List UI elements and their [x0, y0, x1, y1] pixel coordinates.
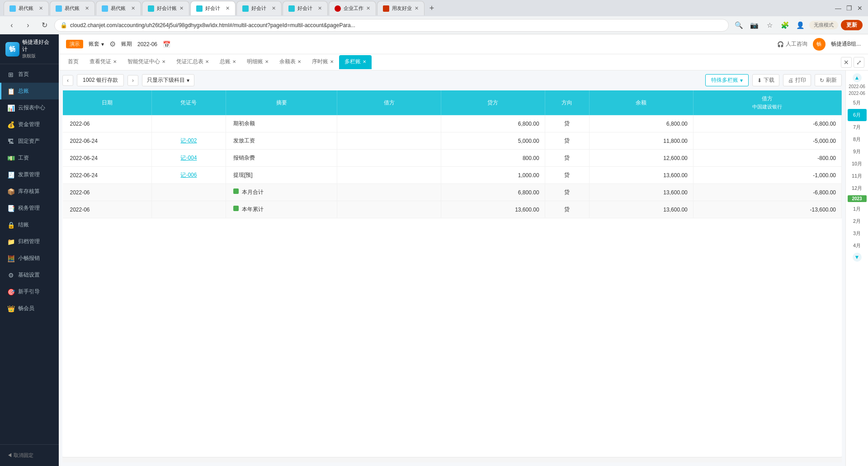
tab-close-2[interactable]: ✕ — [85, 5, 89, 11]
forward-button[interactable]: › — [22, 19, 34, 32]
cal-month-feb[interactable]: 2月 — [848, 215, 867, 227]
tab-smart-voucher-close[interactable]: ✕ — [162, 59, 165, 64]
browser-tab-6[interactable]: 好会计 ✕ — [236, 1, 282, 15]
camera-icon-btn[interactable]: 📷 — [748, 19, 760, 32]
cal-month-jan[interactable]: 1月 — [848, 203, 867, 215]
subject-label: 1002 银行存款 — [77, 74, 124, 86]
browser-tab-5[interactable]: 好会计 ✕ — [190, 1, 236, 15]
cell-voucher-2[interactable]: 记-004 — [151, 150, 226, 167]
browser-tab-2[interactable]: 易代账 ✕ — [50, 1, 95, 15]
collapse-tab-button[interactable]: ✕ — [841, 57, 852, 68]
star-icon-btn[interactable]: ☆ — [763, 19, 776, 32]
cal-month-aug[interactable]: 8月 — [848, 133, 867, 146]
tab-home[interactable]: 首页 — [62, 55, 84, 69]
cal-month-sep[interactable]: 9月 — [848, 146, 867, 158]
sidebar-item-home[interactable]: ⊞ 首页 — [0, 66, 59, 83]
download-button[interactable]: ⬇ 下载 — [752, 74, 779, 86]
tab-close-9[interactable]: ✕ — [415, 5, 419, 11]
unpin-button[interactable]: ◀ 取消固定 — [0, 448, 59, 462]
new-tab-button[interactable]: + — [425, 2, 438, 14]
restore-button[interactable]: ❐ — [844, 4, 854, 13]
tab-sequence-ledger[interactable]: 序时账 ✕ — [307, 55, 339, 69]
subject-prev-button[interactable]: ‹ — [62, 75, 73, 86]
cell-extra-3: -1,000.00 — [693, 167, 841, 184]
multi-col-btn[interactable]: 特殊多栏账 ▾ — [705, 74, 749, 86]
stealth-mode-button[interactable]: 无痕模式 — [809, 21, 838, 29]
browser-tab-7[interactable]: 好会计 ✕ — [283, 1, 328, 15]
cal-month-jun[interactable]: 6月 — [848, 109, 867, 121]
expand-tab-button[interactable]: ⤢ — [854, 57, 864, 68]
browser-tab-3[interactable]: 易代账 ✕ — [96, 1, 141, 15]
tab-detail-ledger[interactable]: 明细账 ✕ — [241, 55, 274, 69]
print-button[interactable]: 🖨 打印 — [783, 74, 811, 86]
browser-tab-1[interactable]: 易代账 ✕ — [4, 1, 49, 15]
cal-month-may[interactable]: 5月 — [848, 97, 867, 109]
cal-month-mar[interactable]: 3月 — [848, 227, 867, 240]
profile-icon-btn[interactable]: 👤 — [794, 19, 807, 32]
sidebar-item-archive[interactable]: 📁 归档管理 — [0, 233, 59, 250]
filter-dropdown[interactable]: 只显示下级科目 ▾ — [142, 74, 194, 86]
cal-month-apr[interactable]: 4月 — [848, 240, 867, 252]
tab-close-8[interactable]: ✕ — [366, 5, 370, 11]
browser-tab-9[interactable]: 用友好业 ✕ — [377, 1, 425, 15]
sidebar-item-invoice[interactable]: 🧾 发票管理 — [0, 166, 59, 183]
cal-month-oct[interactable]: 10月 — [848, 158, 867, 170]
extensions-icon-btn[interactable]: 🧩 — [778, 19, 791, 32]
sidebar-item-settings[interactable]: ⚙ 基础设置 — [0, 267, 59, 283]
tab-general-ledger[interactable]: 总账 ✕ — [214, 55, 241, 69]
tab-smart-voucher[interactable]: 智能凭证中心 ✕ — [122, 55, 171, 69]
account-type-dropdown[interactable]: 账套 ▾ — [89, 40, 104, 48]
account-settings-icon[interactable]: ⚙ — [109, 40, 116, 48]
tab-voucher-summary-close[interactable]: ✕ — [205, 59, 209, 64]
period-calendar-icon[interactable]: 📅 — [163, 41, 170, 48]
tab-voucher-view-close[interactable]: ✕ — [113, 59, 117, 64]
tab-balance-sheet-close[interactable]: ✕ — [297, 59, 301, 64]
browser-tab-8[interactable]: 企业工作 ✕ — [329, 1, 376, 15]
tab-close-6[interactable]: ✕ — [272, 5, 276, 11]
tab-multi-col-close[interactable]: ✕ — [363, 59, 366, 64]
service-button[interactable]: 🎧 人工咨询 — [777, 40, 807, 48]
tab-sequence-ledger-close[interactable]: ✕ — [330, 59, 334, 64]
refresh-button[interactable]: ↻ 刷新 — [815, 74, 842, 86]
tab-balance-sheet[interactable]: 余额表 ✕ — [274, 55, 307, 69]
horizontal-scrollbar[interactable] — [62, 457, 842, 462]
search-icon-btn[interactable]: 🔍 — [732, 19, 745, 32]
tab-detail-ledger-close[interactable]: ✕ — [265, 59, 269, 64]
calendar-up-arrow[interactable]: ▲ — [853, 73, 862, 82]
tab-voucher-view[interactable]: 查看凭证 ✕ — [84, 55, 122, 69]
tab-close-4[interactable]: ✕ — [179, 5, 184, 11]
address-bar[interactable]: 🔒 cloud2.chanjet.com/accounting/uh26t264… — [54, 19, 729, 32]
sidebar-item-expense[interactable]: 🧮 小畅报销 — [0, 250, 59, 267]
minimize-button[interactable]: — — [834, 4, 843, 13]
sidebar-item-tax[interactable]: 📑 税务管理 — [0, 200, 59, 217]
cal-month-nov[interactable]: 11月 — [848, 170, 867, 182]
sidebar-item-payroll[interactable]: 💵 工资 — [0, 150, 59, 166]
back-button[interactable]: ‹ — [5, 19, 18, 32]
sidebar-item-inventory[interactable]: 📦 库存核算 — [0, 183, 59, 200]
tab-close-7[interactable]: ✕ — [318, 5, 322, 11]
tab-close-1[interactable]: ✕ — [39, 5, 43, 11]
update-button[interactable]: 更新 — [841, 20, 863, 30]
cal-month-jul[interactable]: 7月 — [848, 121, 867, 133]
tab-close-5[interactable]: ✕ — [226, 5, 230, 11]
tab-general-ledger-close[interactable]: ✕ — [232, 59, 236, 64]
sidebar-item-member[interactable]: 👑 畅会员 — [0, 300, 59, 317]
tab-close-3[interactable]: ✕ — [131, 5, 135, 11]
sidebar-item-ledger[interactable]: 📋 总账 — [0, 83, 59, 99]
content-area: ‹ 1002 银行存款 › 只显示下级科目 ▾ 特殊多栏账 ▾ — [59, 71, 868, 466]
close-button[interactable]: ✕ — [855, 4, 864, 13]
tab-multi-col[interactable]: 多栏账 ✕ — [339, 55, 372, 69]
sidebar-item-asset[interactable]: 🏗 固定资产 — [0, 133, 59, 150]
calendar-down-arrow[interactable]: ▼ — [853, 253, 862, 262]
sidebar-item-guide[interactable]: 🎯 新手引导 — [0, 283, 59, 300]
reload-button[interactable]: ↻ — [38, 19, 51, 32]
sidebar-item-fund[interactable]: 💰 资金管理 — [0, 116, 59, 133]
browser-tab-4[interactable]: 好会计账 ✕ — [142, 1, 189, 15]
sidebar-item-close[interactable]: 🔒 结账 — [0, 217, 59, 233]
cell-voucher-1[interactable]: 记-002 — [151, 132, 226, 150]
subject-next-button[interactable]: › — [127, 75, 138, 86]
cell-voucher-3[interactable]: 记-006 — [151, 167, 226, 184]
sidebar-item-report[interactable]: 📊 云报表中心 — [0, 99, 59, 116]
cal-month-dec[interactable]: 12月 — [848, 182, 867, 194]
tab-voucher-summary[interactable]: 凭证汇总表 ✕ — [171, 55, 214, 69]
